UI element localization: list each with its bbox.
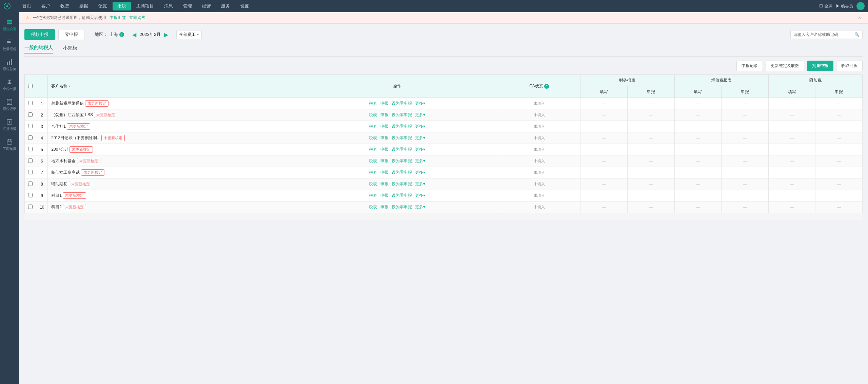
row-checkbox-cell	[25, 109, 36, 121]
op-lingshenbao[interactable]: 设为零申报	[392, 124, 412, 129]
op-shenbao[interactable]: 申报	[380, 193, 389, 198]
banner-link1[interactable]: 申报汇签	[110, 15, 126, 21]
op-shenbao[interactable]: 申报	[380, 101, 389, 106]
op-shuibiao[interactable]: 税表	[369, 182, 377, 186]
op-lingshenbao[interactable]: 设为零申报	[392, 182, 412, 186]
op-shuibiao[interactable]: 税表	[369, 158, 377, 163]
op-gengduo[interactable]: 更多▾	[415, 135, 425, 140]
op-gengduo[interactable]: 更多▾	[415, 170, 425, 175]
banner-close[interactable]: ✕	[858, 16, 861, 20]
fullscreen-btn[interactable]: ☐ 全屏	[819, 3, 832, 9]
sidebar-item-baoshuizonglan[interactable]: 报税总览	[0, 55, 19, 75]
sidebar-item-baoshuishezhi[interactable]: 报税设置	[0, 15, 19, 35]
op-shuibiao[interactable]: 税表	[369, 124, 377, 129]
nav-invoice[interactable]: 票据	[75, 2, 93, 10]
op-lingshenbao[interactable]: 设为零申报	[392, 170, 412, 175]
row-checkbox-4[interactable]	[28, 135, 33, 140]
op-shenbao[interactable]: 申报	[380, 112, 389, 117]
vip-btn[interactable]: ▶ 畅会员	[836, 3, 853, 9]
op-gengduo[interactable]: 更多▾	[415, 158, 425, 163]
op-gengduo[interactable]: 更多▾	[415, 124, 425, 129]
op-shuibiao[interactable]: 税表	[369, 135, 377, 140]
row-checkbox-8[interactable]	[28, 182, 33, 186]
op-gengduo[interactable]: 更多▾	[415, 182, 425, 186]
row-checkbox-10[interactable]	[28, 205, 33, 209]
row-fj1: —	[768, 121, 815, 132]
op-lingshenbao[interactable]: 设为零申报	[392, 158, 412, 163]
row-cw1: —	[580, 121, 628, 132]
th-fj-shenbao: 申报	[815, 86, 863, 98]
op-shuibiao[interactable]: 税表	[369, 112, 377, 117]
nav-settings[interactable]: 设置	[235, 2, 254, 10]
op-lingshenbao[interactable]: 设为零申报	[392, 135, 412, 140]
nav-service[interactable]: 服务	[216, 2, 235, 10]
banner-link2[interactable]: 立即购买	[129, 15, 145, 21]
op-shuibiao[interactable]: 税表	[369, 101, 377, 106]
nav-tax[interactable]: 报税	[113, 2, 131, 10]
op-gengduo[interactable]: 更多▾	[415, 101, 425, 106]
nav-home[interactable]: 首页	[18, 2, 36, 10]
sidebar-item-piliangbaoshui[interactable]: 批量报税	[0, 35, 19, 55]
op-gengduo[interactable]: 更多▾	[415, 193, 425, 198]
tab-shuikuanshenbao[interactable]: 税款申报	[24, 29, 55, 40]
op-shenbao[interactable]: 申报	[380, 135, 389, 140]
nav-message[interactable]: 消息	[159, 2, 178, 10]
sidebar-item-jisuanqingchu[interactable]: 汇算清缴	[0, 115, 19, 135]
nav-business[interactable]: 工商项目	[132, 2, 159, 10]
op-shenbao[interactable]: 申报	[380, 147, 389, 152]
sort-icon[interactable]: ▾	[69, 84, 71, 88]
nav-customer[interactable]: 客户	[37, 2, 55, 10]
op-shenbao[interactable]: 申报	[380, 170, 389, 175]
nav-fee[interactable]: 收费	[56, 2, 74, 10]
row-checkbox-6[interactable]	[28, 158, 33, 163]
shoquhuizhi-btn[interactable]: 收取回执	[836, 61, 863, 71]
ca-info-icon[interactable]: C	[544, 84, 549, 89]
op-shuibiao[interactable]: 税表	[369, 147, 377, 152]
sidebar-item-geshenbaoshui[interactable]: 个税申报	[0, 75, 19, 95]
location-info-icon[interactable]: i	[119, 32, 124, 37]
sidebar-item-baoshuijilu[interactable]: 报税记录	[0, 95, 19, 115]
shenbaojilu-btn[interactable]: 申报记录	[736, 61, 763, 71]
date-prev-btn[interactable]: ◀	[131, 31, 138, 38]
row-checkbox-2[interactable]	[28, 112, 33, 117]
row-checkbox-3[interactable]	[28, 124, 33, 128]
personal-icon	[6, 78, 13, 86]
staff-select[interactable]: 全部员工 ▾	[176, 30, 202, 39]
row-num: 1	[36, 98, 48, 109]
select-all-checkbox[interactable]	[28, 84, 33, 88]
row-checkbox-7[interactable]	[28, 170, 33, 174]
op-shenbao[interactable]: 申报	[380, 124, 389, 129]
sidebar-item-gongshangnianbao[interactable]: 工商年报	[0, 135, 19, 155]
op-gengduo[interactable]: 更多▾	[415, 205, 425, 209]
row-checkbox-9[interactable]	[28, 193, 33, 197]
op-shuibiao[interactable]: 税表	[369, 170, 377, 175]
op-lingshenbao[interactable]: 设为零申报	[392, 147, 412, 152]
op-lingshenbao[interactable]: 设为零申报	[392, 193, 412, 198]
search-icon[interactable]: 🔍	[854, 32, 860, 37]
op-shenbao[interactable]: 申报	[380, 158, 389, 163]
op-lingshenbao[interactable]: 设为零申报	[392, 112, 412, 117]
tab-lingshenbao[interactable]: 零申报	[58, 29, 84, 40]
op-shenbao[interactable]: 申报	[380, 205, 389, 209]
piliangshenbao-btn[interactable]: 批量申报	[807, 61, 833, 71]
op-gengduo[interactable]: 更多▾	[415, 112, 425, 117]
date-next-btn[interactable]: ▶	[163, 31, 170, 38]
op-gengduo[interactable]: 更多▾	[415, 147, 425, 152]
op-shuibiao[interactable]: 税表	[369, 205, 377, 209]
op-lingshenbao[interactable]: 设为零申报	[392, 205, 412, 209]
nav-bookkeeping[interactable]: 记账	[94, 2, 112, 10]
subtab-xiaogui[interactable]: 小规模	[63, 45, 77, 53]
row-checkbox-1[interactable]	[28, 101, 33, 105]
subtab-yibannashuiren[interactable]: 一般的纳税人	[24, 45, 53, 54]
nav-manage[interactable]: 管理	[178, 2, 197, 10]
row-checkbox-5[interactable]	[28, 147, 33, 151]
op-shuibiao[interactable]: 税表	[369, 193, 377, 198]
row-ops: 税表 申报 设为零申报 更多▾	[296, 98, 498, 109]
nav-operation[interactable]: 经营	[197, 2, 216, 10]
table-row: 4 2013日记账（不要删除啊... 未更新核定 税表 申报 设为零申报 更多▾…	[25, 132, 863, 144]
gengxintongding-btn[interactable]: 更新统定及取数	[766, 61, 804, 71]
search-input[interactable]	[793, 30, 854, 39]
op-shenbao[interactable]: 申报	[380, 182, 389, 186]
user-avatar[interactable]	[856, 2, 865, 10]
op-lingshenbao[interactable]: 设为零申报	[392, 101, 412, 106]
